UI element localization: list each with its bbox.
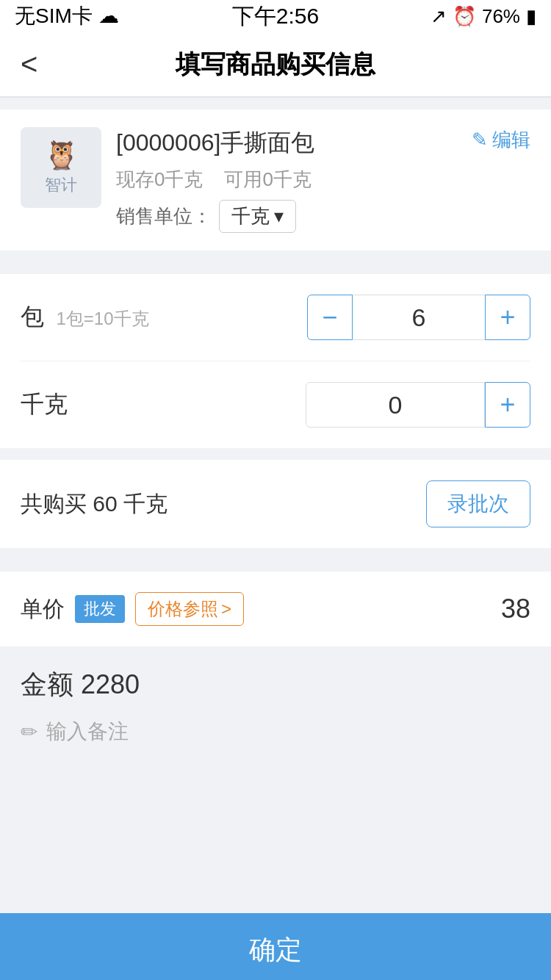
product-owl-icon: 🦉 <box>44 139 79 171</box>
edit-button[interactable]: ✎ 编辑 <box>472 127 530 153</box>
amount-label: 金额 <box>21 669 73 699</box>
edit-icon: ✎ <box>472 129 488 151</box>
sep4 <box>0 560 551 572</box>
unit-label: 销售单位： <box>116 203 212 229</box>
batch-tag: 批发 <box>75 595 125 623</box>
summary-section: 共购买 60 千克 录批次 <box>0 460 551 548</box>
confirm-button-label: 确定 <box>249 932 302 968</box>
price-ref-button[interactable]: 价格参照 > <box>135 592 244 626</box>
location-icon: ↗ <box>431 5 447 28</box>
input-section: 包 1包=10千克 − + 千克 + <box>0 274 551 448</box>
kg-plus-button[interactable]: + <box>485 382 530 428</box>
bao-row: 包 1包=10千克 − + <box>21 274 530 361</box>
summary-text: 共购买 60 千克 <box>21 489 168 519</box>
sep2 <box>0 262 551 274</box>
note-placeholder: 输入备注 <box>46 718 129 746</box>
kg-label: 千克 <box>21 391 68 417</box>
kg-row: 千克 + <box>21 361 530 448</box>
battery-icon: ▮ <box>526 5 536 28</box>
sep1 <box>0 98 551 109</box>
status-left: 无SIM卡 ☁ <box>15 2 119 30</box>
bao-minus-button[interactable]: − <box>307 295 353 340</box>
bao-input[interactable] <box>353 295 485 340</box>
confirm-bar[interactable]: 确定 <box>0 913 551 980</box>
product-stock: 现存0千克 可用0千克 <box>116 167 530 192</box>
batch-record-button[interactable]: 录批次 <box>426 480 530 527</box>
battery-level: 76% <box>482 5 520 28</box>
alarm-icon: ⏰ <box>453 5 476 28</box>
price-value: 38 <box>501 594 530 624</box>
status-right: ↗ ⏰ 76% ▮ <box>431 5 536 28</box>
pencil-icon: ✏ <box>21 720 37 744</box>
bao-stepper: − + <box>307 295 530 340</box>
unit-value: 千克 <box>231 203 270 229</box>
price-row: 单价 批发 价格参照 > 38 <box>21 592 530 626</box>
product-name: [0000006]手撕面包 <box>116 127 530 159</box>
edit-label: 编辑 <box>492 127 530 153</box>
bao-label: 包 <box>21 303 44 330</box>
product-thumbnail: 🦉 智计 <box>21 127 101 208</box>
status-bar: 无SIM卡 ☁ 下午2:56 ↗ ⏰ 76% ▮ <box>0 0 551 32</box>
empty-space <box>0 766 551 913</box>
bao-label-group: 包 1包=10千克 <box>21 301 149 334</box>
unit-select[interactable]: 千克 ▾ <box>219 200 296 233</box>
stock-available: 可用0千克 <box>224 168 311 190</box>
price-label: 单价 <box>21 594 65 624</box>
sep3 <box>0 448 551 460</box>
product-card: 🦉 智计 [0000006]手撕面包 现存0千克 可用0千克 销售单位： 千克 … <box>0 109 551 251</box>
status-time: 下午2:56 <box>232 1 319 32</box>
amount-section: 金额 2280 ✏ 输入备注 <box>0 646 551 766</box>
unit-chevron: ▾ <box>274 205 284 228</box>
kg-input[interactable] <box>306 382 485 428</box>
kg-stepper: + <box>306 382 530 428</box>
product-info: [0000006]手撕面包 现存0千克 可用0千克 销售单位： 千克 ▾ <box>116 127 530 233</box>
price-ref-arrow: > <box>221 599 231 619</box>
nav-bar: < 填写商品购买信息 <box>0 32 551 97</box>
price-left: 单价 批发 价格参照 > <box>21 592 244 626</box>
product-unit-row: 销售单位： 千克 ▾ <box>116 200 530 233</box>
amount-row: 金额 2280 <box>21 667 530 703</box>
stock-current: 现存0千克 <box>116 168 203 190</box>
bao-plus-button[interactable]: + <box>485 295 530 340</box>
kg-label-group: 千克 <box>21 389 68 421</box>
bao-hint: 1包=10千克 <box>56 309 148 328</box>
amount-value: 2280 <box>81 669 140 699</box>
price-ref-label: 价格参照 <box>148 597 218 621</box>
price-section: 单价 批发 价格参照 > 38 <box>0 572 551 646</box>
product-brand-text: 智计 <box>45 174 77 196</box>
back-button[interactable]: < <box>21 48 37 81</box>
page-title: 填写商品购买信息 <box>176 48 375 82</box>
note-row[interactable]: ✏ 输入备注 <box>21 718 530 746</box>
